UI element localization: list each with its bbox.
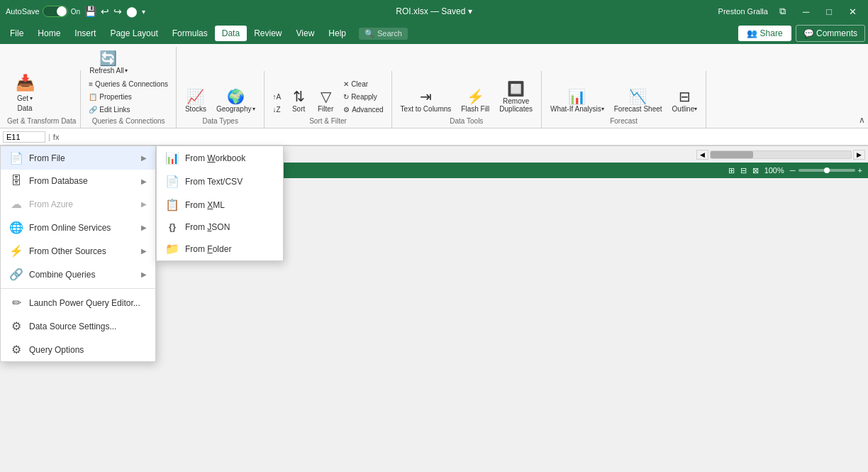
- what-if-button[interactable]: 📊 What-If Analysis ▾: [546, 85, 608, 116]
- view-page-layout[interactable]: ⊟: [740, 166, 747, 175]
- refresh-stack: 🔄 Refresh All ▾ ≡ Queries & Connections …: [85, 47, 172, 116]
- launch-pq-item[interactable]: ✏ Launch Power Query Editor...: [1, 291, 155, 314]
- from-database-arrow: ▶: [141, 177, 147, 185]
- zoom-thumb[interactable]: [824, 168, 830, 173]
- menu-item-insert[interactable]: Insert: [67, 26, 103, 41]
- restore-down-btn[interactable]: ⧉: [774, 4, 791, 18]
- data-source-icon: ⚙: [9, 319, 23, 333]
- status-right: ⊞ ⊟ ⊠ 100% ─ +: [728, 166, 862, 175]
- advanced-icon: ⚙: [343, 106, 350, 114]
- name-box[interactable]: [3, 131, 45, 143]
- from-online-item[interactable]: 🌐 From Online Services ▶: [1, 216, 155, 239]
- ribbon-group-data-tools: ⇥ Text to Columns ⚡ Flash Fill 🔲 RemoveD…: [392, 71, 542, 128]
- data-source-settings-item[interactable]: ⚙ Data Source Settings...: [1, 314, 155, 338]
- refresh-all-button[interactable]: 🔄 Refresh All ▾: [85, 47, 131, 77]
- refresh-dropdown-arrow: ▾: [125, 67, 128, 74]
- menu-item-data[interactable]: Data: [215, 26, 247, 41]
- remove-dupes-btn[interactable]: 🔲 RemoveDuplicates: [495, 77, 537, 116]
- forecast-label: Forecast: [546, 116, 701, 125]
- queries-connections-btn[interactable]: ≡ Queries & Connections: [85, 78, 172, 90]
- text-to-columns-label: Text to Columns: [401, 105, 452, 113]
- combine-queries-item[interactable]: 🔗 Combine Queries ▶: [1, 263, 155, 286]
- zoom-out-btn[interactable]: ─: [790, 166, 796, 175]
- from-database-label: From Database: [29, 176, 88, 186]
- redo-icon[interactable]: ↪: [113, 6, 122, 17]
- ribbon-get-transform-items: 📥 Get ▾ Data: [7, 70, 43, 116]
- geography-arrow: ▾: [252, 106, 255, 112]
- what-if-arrow: ▾: [601, 106, 604, 112]
- from-folder-item[interactable]: 📁 From Folder: [157, 237, 283, 260]
- view-normal[interactable]: ⊞: [728, 166, 735, 175]
- from-workbook-item[interactable]: 📊 From Workbook: [157, 146, 283, 170]
- outline-button[interactable]: ⊟ Outline ▾: [668, 85, 702, 116]
- text-to-columns-button[interactable]: ⇥ Text to Columns: [396, 85, 456, 116]
- ribbon-collapse-btn[interactable]: ∧: [859, 115, 865, 125]
- menu-item-file[interactable]: File: [3, 26, 30, 41]
- ribbon-data-types-items: 📈 Stocks 🌍 Geography ▾: [181, 71, 260, 116]
- h-scroll-left[interactable]: ◀: [696, 150, 708, 160]
- sort-asc-btn[interactable]: ↑A: [269, 91, 284, 103]
- forecast-sheet-icon: 📉: [629, 88, 647, 105]
- from-xml-item[interactable]: 📋 From XML: [157, 193, 283, 216]
- geography-icon: 🌍: [227, 88, 245, 105]
- edit-links-btn[interactable]: 🔗 Edit Links: [85, 104, 172, 116]
- advanced-btn[interactable]: ⚙ Advanced: [340, 104, 386, 116]
- reapply-icon: ↻: [343, 93, 349, 101]
- menu-item-view[interactable]: View: [289, 26, 322, 41]
- sort-desc-btn[interactable]: ↓Z: [269, 104, 284, 116]
- from-database-item[interactable]: 🗄 From Database ▶: [1, 170, 155, 192]
- from-text-csv-item[interactable]: 📄 From Text/CSV: [157, 170, 283, 193]
- customize-qat[interactable]: ▾: [142, 8, 145, 16]
- menu-item-home[interactable]: Home: [30, 26, 67, 41]
- stocks-button[interactable]: 📈 Stocks: [181, 85, 211, 116]
- zoom-track[interactable]: [799, 169, 855, 172]
- formula-input[interactable]: [62, 133, 865, 141]
- sort-button[interactable]: ⇅ Sort: [286, 85, 311, 116]
- undo-icon[interactable]: ↩: [101, 6, 109, 17]
- from-online-arrow: ▶: [141, 224, 147, 231]
- query-options-item[interactable]: ⚙ Query Options: [1, 338, 155, 361]
- zoom-in-btn[interactable]: +: [858, 166, 862, 175]
- properties-btn[interactable]: 📋 Properties: [85, 91, 172, 103]
- from-json-item[interactable]: {} From JSON: [157, 216, 283, 237]
- autosave-toggle: AutoSave On: [6, 6, 80, 17]
- flash-fill-btn[interactable]: ⚡ Flash Fill: [457, 85, 494, 116]
- clear-btn[interactable]: ✕ Clear: [340, 78, 386, 90]
- view-page-break[interactable]: ⊠: [752, 166, 759, 175]
- get-data-stack: 📥 Get ▾ Data: [7, 70, 43, 116]
- autosave-toggle-btn[interactable]: [43, 6, 68, 17]
- get-data-button[interactable]: 📥 Get ▾ Data: [7, 70, 43, 116]
- maximize-btn[interactable]: □: [820, 5, 838, 18]
- from-json-icon: {}: [165, 221, 179, 232]
- h-scroll-right[interactable]: ▶: [853, 150, 865, 160]
- h-scrollbar-track[interactable]: [710, 150, 852, 159]
- reapply-btn[interactable]: ↻ Reapply: [340, 91, 386, 103]
- outline-arrow: ▾: [694, 106, 697, 112]
- menu-item-formulas[interactable]: Formulas: [165, 26, 215, 41]
- what-if-label: What-If Analysis: [550, 105, 601, 113]
- filter-label: Filter: [318, 105, 333, 113]
- h-scrollbar-thumb[interactable]: [711, 151, 753, 158]
- from-file-item[interactable]: 📄 From File ▶: [1, 146, 155, 170]
- forecast-sheet-button[interactable]: 📉 Forecast Sheet: [610, 85, 667, 116]
- geography-button[interactable]: 🌍 Geography ▾: [212, 85, 260, 116]
- menu-item-page-layout[interactable]: Page Layout: [103, 26, 165, 41]
- search-box[interactable]: 🔍 Search: [359, 28, 408, 40]
- ribbon-queries-items: 🔄 Refresh All ▾ ≡ Queries & Connections …: [85, 47, 172, 116]
- save-icon[interactable]: 💾: [84, 6, 96, 17]
- menu-item-help[interactable]: Help: [321, 26, 353, 41]
- share-button[interactable]: 👥 Share: [738, 26, 791, 41]
- close-btn[interactable]: ✕: [843, 5, 862, 18]
- get-data-dropdown-arrow: ▾: [30, 95, 33, 101]
- from-other-item[interactable]: ⚡ From Other Sources ▶: [1, 239, 155, 263]
- comments-button[interactable]: 💬 Comments: [796, 25, 865, 42]
- saved-dropdown[interactable]: ▾: [468, 6, 472, 16]
- from-json-label: From JSON: [185, 222, 230, 232]
- sort-filter-label: Sort & Filter: [269, 116, 386, 125]
- filter-button[interactable]: ▽ Filter: [313, 85, 338, 116]
- menu-item-review[interactable]: Review: [247, 26, 289, 41]
- outline-icon: ⊟: [679, 88, 691, 105]
- minimize-btn[interactable]: ─: [797, 5, 815, 18]
- autosave-circle: ⬤: [126, 6, 138, 17]
- combine-label: Combine Queries: [29, 270, 95, 280]
